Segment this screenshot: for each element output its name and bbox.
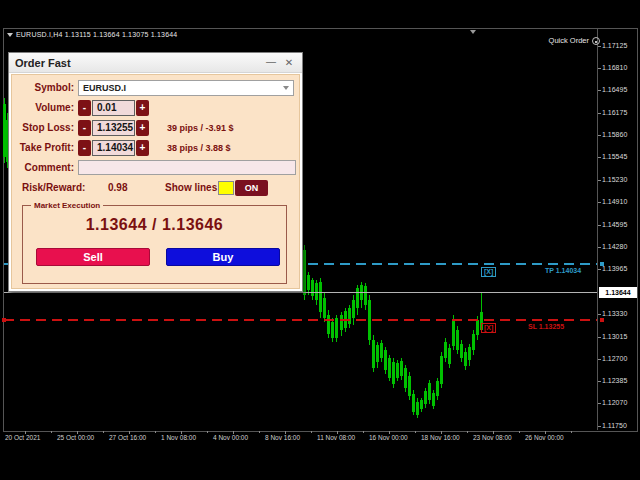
comment-input[interactable] [78, 160, 296, 175]
volume-decrease-button[interactable]: - [78, 100, 91, 116]
time-axis-label: 4 Nov 00:00 [213, 434, 248, 441]
time-axis-label: 8 Nov 16:00 [265, 434, 300, 441]
time-axis-label: 26 Nov 00:00 [525, 434, 564, 441]
time-axis-minor-tick [467, 431, 468, 433]
volume-increase-button[interactable]: + [136, 100, 149, 116]
time-axis-label: 11 Nov 08:00 [317, 434, 355, 441]
stop-loss-pips-note: 39 pips / -3.91 $ [167, 120, 234, 136]
chevron-down-icon [283, 86, 289, 90]
time-axis-minor-tick [571, 431, 572, 433]
time-axis-tick [337, 431, 338, 434]
symbol-triangle-icon [7, 33, 13, 37]
price-separator: / [152, 216, 157, 233]
quick-order-icon[interactable] [592, 37, 600, 45]
stop-loss-decrease-button[interactable]: - [78, 120, 91, 136]
market-execution-legend: Market Execution [31, 201, 103, 210]
ask-price: 1.13646 [162, 216, 223, 233]
take-profit-increase-button[interactable]: + [136, 140, 149, 156]
time-axis-minor-tick [363, 431, 364, 433]
market-execution-group: Market Execution 1.13644 / 1.13646 Sell … [22, 205, 287, 284]
chart-ohlc-values: 1.13115 1.13664 1.13075 1.13644 [65, 31, 178, 38]
stop-loss-increase-button[interactable]: + [136, 120, 149, 136]
time-axis-tick [77, 431, 78, 434]
time-axis-tick [181, 431, 182, 434]
time-axis-tick [441, 431, 442, 434]
time-axis-label: 25 Oct 00:00 [57, 434, 94, 441]
dialog-body: Symbol: EURUSD.I Volume: - 0.01 + Stop L… [11, 74, 300, 289]
risk-reward-value: 0.98 [108, 180, 127, 196]
stop-loss-input[interactable]: 1.13255 [92, 120, 135, 136]
close-icon[interactable]: ✕ [282, 53, 296, 72]
order-fast-dialog: Order Fast — ✕ Symbol: EURUSD.I Volume: … [8, 52, 303, 292]
time-axis-label: 27 Oct 16:00 [109, 434, 146, 441]
time-axis-label: 20 Oct 2021 [5, 434, 40, 441]
time-axis-minor-tick [415, 431, 416, 433]
volume-stepper: - 0.01 + [78, 100, 149, 116]
show-lines-label: Show lines [165, 180, 217, 196]
time-axis-minor-tick [259, 431, 260, 433]
volume-label: Volume: [12, 100, 74, 116]
volume-input[interactable]: 0.01 [92, 100, 135, 116]
time-axis-tick [493, 431, 494, 434]
time-axis-label: 23 Nov 08:00 [473, 434, 512, 441]
quick-order-button[interactable]: Quick Order [549, 36, 600, 45]
time-axis-minor-tick [207, 431, 208, 433]
time-axis-label: 18 Nov 16:00 [421, 434, 460, 441]
show-lines-toggle[interactable]: ON [235, 180, 268, 196]
symbol-select[interactable]: EURUSD.I [78, 80, 294, 96]
stop-loss-stepper: - 1.13255 + [78, 120, 149, 136]
time-axis-minor-tick [311, 431, 312, 433]
minimize-icon[interactable]: — [264, 53, 278, 71]
time-axis-tick [389, 431, 390, 434]
show-lines-color-swatch[interactable] [218, 181, 234, 195]
symbol-label: Symbol: [12, 80, 74, 96]
take-profit-pips-note: 38 pips / 3.88 $ [167, 140, 231, 156]
terminal-screen: EURUSD.I,H4 1.13115 1.13664 1.13075 1.13… [0, 0, 640, 480]
time-axis-minor-tick [155, 431, 156, 433]
take-profit-stepper: - 1.14034 + [78, 140, 149, 156]
symbol-value: EURUSD.I [83, 83, 126, 93]
comment-label: Comment: [12, 160, 74, 176]
time-axis-tick [233, 431, 234, 434]
time-axis-label: 1 Nov 08:00 [161, 434, 196, 441]
buy-button[interactable]: Buy [166, 248, 280, 266]
time-axis-tick [545, 431, 546, 434]
quick-order-label: Quick Order [549, 36, 589, 45]
time-axis-tick [129, 431, 130, 434]
price-axis-separator [597, 29, 598, 430]
sell-button[interactable]: Sell [36, 248, 150, 266]
time-axis-tick [285, 431, 286, 434]
time-axis-tick [25, 431, 26, 434]
risk-reward-label: Risk/Reward: [22, 180, 85, 196]
time-axis-minor-tick [519, 431, 520, 433]
bid-price: 1.13644 [86, 216, 147, 233]
chart-symbol-label: EURUSD.I,H4 [16, 31, 63, 38]
chart-ohlc-header: EURUSD.I,H4 1.13115 1.13664 1.13075 1.13… [7, 31, 177, 38]
stop-loss-label: Stop Loss: [12, 120, 74, 136]
chart-scroll-marker-icon [470, 30, 476, 34]
dialog-title: Order Fast [9, 53, 302, 73]
time-axis-label: 16 Nov 00:00 [369, 434, 408, 441]
take-profit-label: Take Profit: [12, 140, 74, 156]
time-axis-minor-tick [51, 431, 52, 433]
time-axis: 20 Oct 202125 Oct 00:0027 Oct 16:001 Nov… [0, 431, 640, 445]
bid-ask-price: 1.13644 / 1.13646 [23, 216, 286, 234]
time-axis-minor-tick [103, 431, 104, 433]
take-profit-input[interactable]: 1.14034 [92, 140, 135, 156]
take-profit-decrease-button[interactable]: - [78, 140, 91, 156]
